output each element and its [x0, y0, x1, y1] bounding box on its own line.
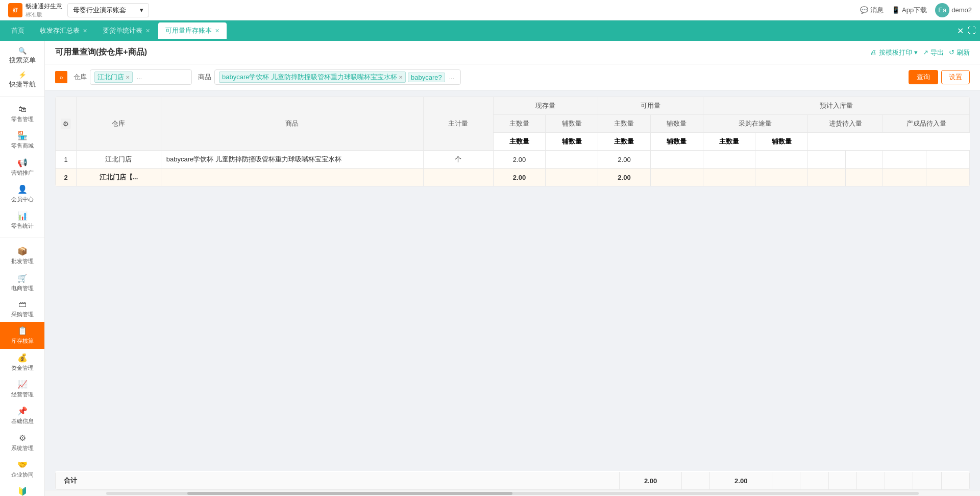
- th-inc-sub: 辅数量: [650, 133, 703, 151]
- footer-fin-sub: [941, 471, 969, 490]
- sidebar-item-basic-info-label: 基础信息: [11, 417, 34, 424]
- sidebar-item-marketing[interactable]: 📢 营销推广: [0, 154, 44, 180]
- industry-selector-label: 母婴行业演示账套: [73, 6, 126, 15]
- warehouse-filter: 仓库 江北门店 ✕ ...: [74, 69, 192, 85]
- sidebar-item-operations[interactable]: 📈 经营管理: [0, 375, 44, 402]
- sidebar-search-area: 🔍 搜索菜单 ⚡ 快捷导航: [0, 41, 44, 97]
- bottom-scrollbar-thumb[interactable]: [187, 492, 512, 495]
- th-current-main: 主数量: [493, 115, 546, 133]
- tab-receipt-summary[interactable]: 收发存汇总表 ✕: [33, 22, 94, 39]
- operations-icon: 📈: [17, 380, 28, 389]
- tab-bar: 首页 收发存汇总表 ✕ 要货单统计表 ✕ 可用量库存账本 ✕ ✕ ⛶: [0, 20, 980, 41]
- cell-current-main: 2.00: [493, 151, 546, 169]
- sidebar-item-wholesale-label: 批发管理: [11, 257, 34, 265]
- username-label: demo2: [951, 6, 972, 14]
- cell-avail-sub: [650, 151, 703, 169]
- tab-receipt-close[interactable]: ✕: [83, 28, 87, 34]
- user-area[interactable]: Ea demo2: [935, 3, 972, 17]
- warehouse-input-area[interactable]: 江北门店 ✕ ...: [90, 69, 192, 85]
- cell-pur-sub: [755, 151, 808, 169]
- close-all-icon[interactable]: ✕: [957, 26, 964, 36]
- th-current-stock: 现存量: [493, 97, 598, 115]
- data-table: ⚙ 仓库 商品 主计量 现存量 可用量 预计入库量 主数量 辅数量 主数量 辅数…: [55, 97, 970, 186]
- maximize-icon[interactable]: ⛶: [968, 26, 976, 35]
- th-settings: ⚙: [56, 97, 77, 151]
- sidebar-item-enterprise-label: 企业协同: [11, 471, 34, 478]
- sidebar-item-finance[interactable]: 💰 资金管理: [0, 349, 44, 375]
- logo-text: 畅捷通好生意: [26, 2, 62, 11]
- sidebar-item-purchase[interactable]: 🗃 采购管理: [0, 296, 44, 322]
- print-button[interactable]: 🖨 按模板打印 ▾: [870, 48, 918, 57]
- filter-expand-toggle[interactable]: »: [55, 71, 67, 83]
- product-more[interactable]: ...: [447, 74, 456, 81]
- footer-inc-sub: [885, 471, 913, 490]
- tab-available-stock[interactable]: 可用量库存账本 ✕: [158, 22, 227, 39]
- sidebar-item-enterprise[interactable]: 🤝 企业协同: [0, 456, 44, 482]
- warehouse-label: 仓库: [74, 73, 87, 82]
- sidebar-item-wholesale-mgmt[interactable]: 📦 批发管理: [0, 242, 44, 269]
- bottom-scroll-area: [45, 490, 980, 496]
- th-available: 可用量: [598, 97, 703, 115]
- industry-selector[interactable]: 母婴行业演示账套 ▾: [67, 3, 149, 17]
- search-menu-button[interactable]: 🔍 搜索菜单: [3, 45, 41, 67]
- footer-avail-main: 2.00: [710, 471, 772, 490]
- sidebar-item-basic-info[interactable]: 📌 基础信息: [0, 402, 44, 429]
- retail-store-icon: 🏪: [17, 131, 28, 140]
- export-button[interactable]: ↗ 导出: [923, 48, 944, 57]
- page-title: 可用量查询(按仓库+商品): [55, 47, 147, 58]
- cell-current-sub: [546, 169, 598, 186]
- tab-receipt-label: 收发存汇总表: [40, 26, 80, 35]
- table-row: 2 江北门店【... 2.00 2.00: [56, 169, 970, 186]
- bottom-scrollbar[interactable]: [106, 492, 919, 495]
- cell-fin-main: [883, 169, 926, 186]
- tab-available-close[interactable]: ✕: [215, 28, 219, 34]
- tab-order-close[interactable]: ✕: [145, 28, 150, 34]
- message-action[interactable]: 💬 消息: [860, 6, 884, 15]
- th-finished-pending: 产成品待入量: [883, 115, 970, 133]
- refresh-button[interactable]: ↺ 刷新: [949, 48, 970, 57]
- product-tag-close-1[interactable]: ✕: [399, 75, 403, 80]
- member-icon: 👤: [17, 184, 28, 194]
- product-input-area[interactable]: babycare学饮杯 儿童防摔防撞吸管杯重力球吸嘴杯宝宝水杯 ✕ babyca…: [214, 69, 461, 85]
- sidebar-item-member[interactable]: 👤 会员中心: [0, 180, 44, 207]
- app-download-label: App下载: [902, 6, 927, 15]
- settings-button[interactable]: 设置: [941, 70, 970, 84]
- sidebar-item-retail-stats[interactable]: 📊 零售统计: [0, 207, 44, 233]
- cell-pur-main: [703, 151, 755, 169]
- query-button[interactable]: 查询: [909, 70, 938, 84]
- sidebar-item-ecommerce[interactable]: 🛒 电商管理: [0, 269, 44, 296]
- sidebar-item-retail-store[interactable]: 🏪 零售商城: [0, 127, 44, 153]
- sidebar-item-inventory[interactable]: 📋 库存核算: [0, 322, 44, 348]
- cell-fin-sub: [926, 151, 970, 169]
- sidebar-item-new-guide[interactable]: 🔰 新手引导: [0, 482, 44, 496]
- warehouse-tag-text: 江北门店: [97, 73, 124, 82]
- summary-table: 合计 2.00 2.00: [55, 471, 970, 490]
- user-avatar: Ea: [935, 3, 949, 17]
- quick-nav-label: 快捷导航: [9, 80, 36, 89]
- wholesale-icon: 📦: [17, 246, 28, 256]
- sidebar-section-wholesale: 📦 批发管理 🛒 电商管理 🗃 采购管理 📋 库存核算 💰 资金管理 📈: [0, 238, 44, 496]
- phone-icon: 📱: [892, 6, 900, 14]
- cell-no: 2: [56, 169, 77, 186]
- sidebar-item-system[interactable]: ⚙ 系统管理: [0, 429, 44, 456]
- quick-nav-button[interactable]: ⚡ 快捷导航: [3, 68, 41, 92]
- table-settings-icon[interactable]: ⚙: [61, 119, 71, 129]
- app-download-action[interactable]: 📱 App下载: [892, 6, 927, 15]
- sidebar-item-marketing-label: 营销推广: [11, 169, 34, 176]
- tab-order-stats[interactable]: 要货单统计表 ✕: [95, 22, 157, 39]
- tab-home[interactable]: 首页: [4, 22, 32, 39]
- warehouse-more[interactable]: ...: [135, 74, 144, 81]
- finance-icon: 💰: [17, 353, 28, 363]
- sidebar-item-retail-mgmt[interactable]: 🛍 零售管理: [0, 101, 44, 127]
- table-footer-wrapper: 合计 2.00 2.00: [45, 471, 980, 490]
- sidebar-item-system-label: 系统管理: [11, 444, 34, 452]
- warehouse-tag-close[interactable]: ✕: [126, 75, 130, 80]
- tab-bar-right: ✕ ⛶: [957, 26, 976, 36]
- export-icon: ↗: [923, 49, 928, 56]
- main-layout: 🔍 搜索菜单 ⚡ 快捷导航 🛍 零售管理 🏪 零售商城 📢 营销推广 �: [0, 41, 980, 496]
- sidebar-item-retail-stats-label: 零售统计: [11, 222, 34, 229]
- filter-bar: » 仓库 江北门店 ✕ ... 商品 babycare学饮杯 儿童防摔防撞吸管杯…: [45, 64, 980, 90]
- tab-order-label: 要货单统计表: [103, 26, 142, 35]
- cell-avail-sub: [650, 169, 703, 186]
- sidebar-item-ecommerce-label: 电商管理: [11, 285, 34, 292]
